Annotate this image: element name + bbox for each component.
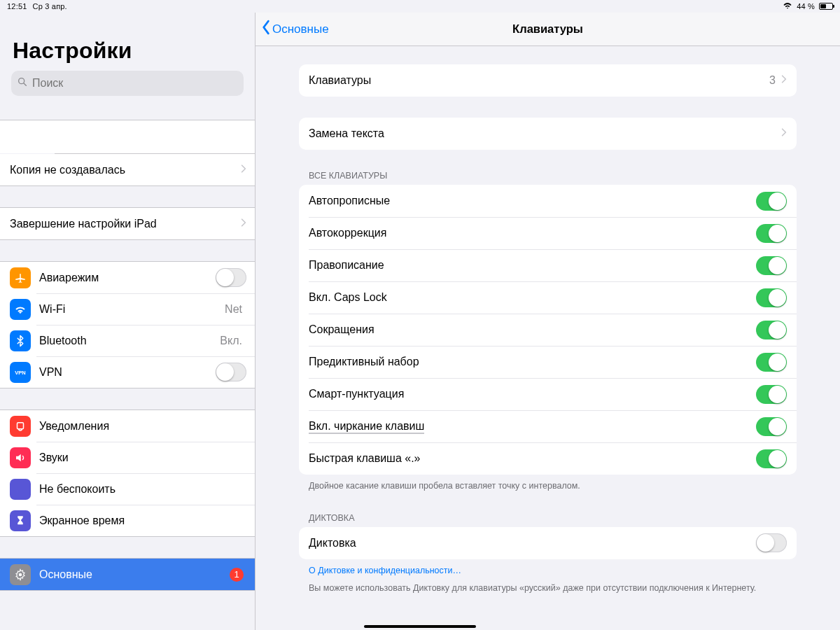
back-label: Основные [272, 22, 329, 36]
setting-row-keyboards[interactable]: Клавиатуры3 [299, 64, 797, 97]
nav-title: Клавиатуры [255, 22, 840, 36]
setting-row-autocorrect: Автокоррекция [299, 217, 797, 249]
footer-link[interactable]: О Диктовке и конфиденциальности… [309, 566, 461, 575]
settings-sidebar: Настройки Копия не создаваласьЗавершение… [0, 13, 255, 630]
toggle-switch[interactable] [216, 363, 246, 382]
wifi-icon [783, 2, 792, 10]
row-label: Клавиатуры [309, 74, 769, 87]
toggle-switch[interactable] [756, 288, 787, 307]
setting-row-smartpunct: Смарт-пунктуация [299, 378, 797, 410]
sidebar-item-airplane[interactable]: Авиарежим [0, 262, 255, 293]
row-label: Правописание [309, 259, 756, 272]
page-title: Настройки [13, 38, 242, 64]
setting-row-periodshortcut: Быстрая клавиша «.» [299, 442, 797, 475]
search-field[interactable] [32, 77, 238, 90]
row-label: Экранное время [39, 514, 246, 527]
row-label: Bluetooth [39, 335, 220, 347]
row-label: Звуки [39, 451, 246, 464]
setting-row-autocap: Автопрописные [299, 185, 797, 217]
row-label: Вкл. Caps Lock [309, 291, 756, 304]
setting-row-textreplace[interactable]: Замена текста [299, 118, 797, 150]
sidebar-item-notifications[interactable]: Уведомления [0, 410, 255, 442]
svg-rect-3 [18, 422, 24, 428]
toggle-switch[interactable] [756, 417, 787, 436]
svg-point-0 [19, 78, 24, 84]
battery-icon [819, 3, 833, 10]
setting-row-capslock: Вкл. Caps Lock [299, 281, 797, 314]
row-label: VPN [39, 366, 216, 379]
vpn-icon: VPN [10, 362, 31, 383]
row-label: Автокоррекция [309, 227, 756, 239]
sidebar-item-backup[interactable]: Копия не создавалась [0, 154, 255, 186]
section-header: ДИКТОВКА [309, 513, 797, 523]
row-tail: Net [225, 303, 242, 316]
sidebar-item-finish-setup[interactable]: Завершение настройки iPad [0, 208, 255, 239]
settings-card: Клавиатуры3 [299, 64, 797, 97]
toggle-switch[interactable] [756, 256, 787, 275]
row-label: Сокращения [309, 323, 756, 336]
back-button[interactable]: Основные [261, 20, 329, 38]
sidebar-item-general[interactable]: Основные1 [0, 559, 255, 590]
row-label: Завершение настройки iPad [10, 218, 241, 230]
home-indicator[interactable] [364, 625, 476, 628]
chevron-right-icon [241, 164, 246, 176]
wifi-icon [10, 299, 31, 320]
row-label: Автопрописные [309, 195, 756, 207]
toggle-switch[interactable] [756, 449, 787, 468]
hourglass-icon [10, 510, 31, 531]
bell-icon [10, 416, 31, 437]
toggle-switch[interactable] [756, 533, 787, 552]
status-bar: 12:51 Ср 3 апр. 44 % [0, 0, 840, 13]
toggle-switch[interactable] [756, 353, 787, 372]
sidebar-item-sounds[interactable]: Звуки [0, 442, 255, 473]
toggle-switch[interactable] [756, 385, 787, 404]
row-label: Не беспокоить [39, 483, 246, 496]
sidebar-item-bluetooth[interactable]: BluetoothВкл. [0, 325, 255, 356]
setting-row-shortcuts: Сокращения [299, 314, 797, 346]
section-header: ВСЕ КЛАВИАТУРЫ [309, 171, 797, 181]
row-label: Замена текста [309, 127, 781, 140]
search-icon [17, 76, 28, 90]
gear-icon [10, 564, 31, 585]
toggle-switch[interactable] [756, 321, 787, 340]
moon-icon [10, 479, 31, 500]
svg-point-4 [19, 573, 22, 576]
row-label: Смарт-пунктуация [309, 388, 756, 400]
sidebar-item-vpn[interactable]: VPNVPN [0, 356, 255, 388]
row-label: Авиарежим [39, 272, 216, 284]
row-tail: 3 [769, 74, 776, 87]
row-tail: Вкл. [220, 335, 242, 347]
row-label: Основные [39, 568, 230, 581]
toggle-switch[interactable] [756, 224, 787, 243]
row-label: Быстрая клавиша «.» [309, 452, 756, 465]
settings-card: АвтопрописныеАвтокоррекцияПравописаниеВк… [299, 185, 797, 475]
nav-bar: Основные Клавиатуры [255, 13, 840, 46]
sidebar-item-screentime[interactable]: Экранное время [0, 505, 255, 536]
sidebar-item-wifi[interactable]: Wi-FiNet [0, 293, 255, 325]
section-footer: Двойное касание клавиши пробела вставляе… [309, 480, 787, 492]
bluetooth-icon [10, 330, 31, 351]
search-input[interactable] [11, 71, 244, 96]
setting-row-predictive: Предиктивный набор [299, 346, 797, 378]
chevron-left-icon [261, 20, 271, 38]
row-label: Предиктивный набор [309, 356, 756, 368]
row-label: Уведомления [39, 420, 246, 433]
row-label: Копия не создавалась [10, 164, 241, 176]
toggle-switch[interactable] [756, 192, 787, 211]
settings-card: Диктовка [299, 527, 797, 559]
airplane-icon [10, 267, 31, 288]
svg-line-1 [24, 83, 26, 85]
row-label: Вкл. чиркание клавиш [309, 420, 756, 433]
section-footer: Вы можете использовать Диктовку для клав… [309, 582, 787, 594]
badge: 1 [230, 568, 244, 582]
settings-card: Замена текста [299, 118, 797, 150]
sidebar-item-dnd[interactable]: Не беспокоить [0, 473, 255, 505]
svg-text:VPN: VPN [15, 370, 25, 376]
row-label: Wi-Fi [39, 303, 225, 316]
toggle-switch[interactable] [216, 268, 246, 287]
setting-row-dictation: Диктовка [299, 527, 797, 559]
speaker-icon [10, 447, 31, 468]
chevron-right-icon [781, 127, 787, 140]
status-time: 12:51 [7, 2, 27, 10]
settings-detail: Основные Клавиатуры Клавиатуры3Замена те… [255, 13, 840, 630]
